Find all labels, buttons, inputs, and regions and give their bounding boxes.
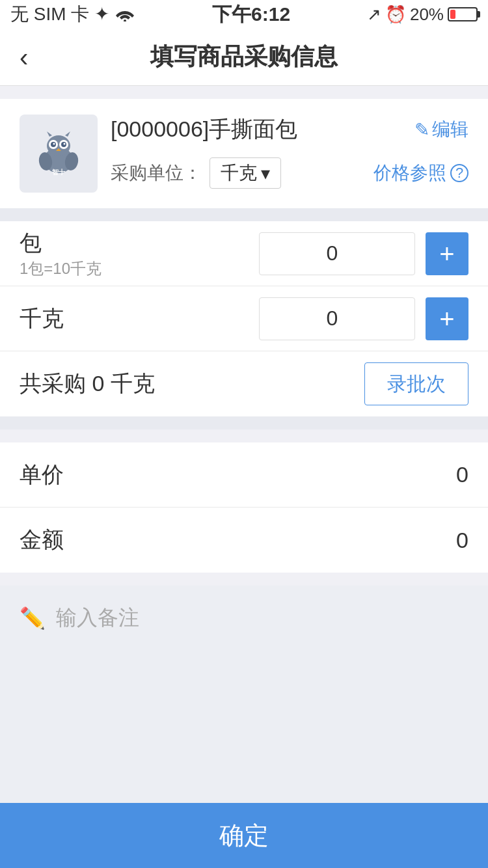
price-ref-button[interactable]: 价格参照 ? (373, 161, 468, 185)
kg-input-controls: + (124, 297, 468, 340)
help-icon: ? (450, 164, 468, 182)
product-card: 智十 [0000006]手撕面包 ✎ 编辑 采购单位： 千克 ▾ (0, 99, 488, 208)
unit-price-label: 单价 (20, 460, 64, 490)
bag-input-section: 包 1包=10千克 + 千克 + 共采购 0 千克 (0, 221, 488, 416)
record-batch-button[interactable]: 录批次 (364, 362, 468, 405)
edit-icon: ✎ (414, 119, 429, 141)
svg-point-7 (53, 143, 55, 145)
summary-row: 共采购 0 千克 录批次 (0, 351, 488, 416)
product-name-row: [0000006]手撕面包 ✎ 编辑 (111, 115, 468, 144)
summary-text: 共采购 0 千克 (20, 369, 155, 399)
kg-input-row: 千克 + (0, 286, 488, 351)
kg-label: 千克 (20, 304, 124, 334)
status-right: ↗ ⏰ 20% (367, 5, 478, 25)
wifi-icon (115, 7, 135, 21)
status-bar: 无 SIM 卡 ✦ 下午6:12 ↗ ⏰ 20% (0, 0, 488, 29)
kg-quantity-input[interactable] (259, 297, 415, 340)
purchase-unit-row: 采购单位： 千克 ▾ 价格参照 ? (111, 157, 468, 189)
amount-row: 金额 0 (0, 508, 488, 573)
bag-quantity-input[interactable] (259, 232, 415, 275)
bag-label: 包 1包=10千克 (20, 228, 124, 279)
section-divider-2 (0, 416, 488, 429)
svg-point-0 (124, 20, 126, 21)
product-logo: 智十 (33, 128, 85, 180)
unit-price-row: 单价 0 (0, 442, 488, 508)
note-placeholder: 输入备注 (56, 604, 139, 632)
location-icon: ↗ (367, 5, 381, 25)
price-section: 单价 0 金额 0 (0, 442, 488, 573)
svg-marker-12 (47, 131, 52, 137)
product-image: 智十 (20, 115, 98, 193)
amount-label: 金额 (20, 525, 64, 555)
battery-percent: 20% (410, 5, 444, 25)
unit-label: 采购单位： 千克 ▾ (111, 157, 281, 189)
confirm-button[interactable]: 确定 (0, 803, 488, 868)
unit-price-value: 0 (456, 462, 468, 487)
bag-input-row: 包 1包=10千克 + (0, 221, 488, 286)
battery-icon (448, 7, 478, 21)
note-section[interactable]: ✏️ 输入备注 (0, 586, 488, 651)
summary-amount: 0 (92, 371, 104, 396)
svg-marker-13 (65, 131, 70, 137)
bag-plus-button[interactable]: + (426, 232, 468, 275)
svg-point-8 (64, 143, 66, 145)
alarm-icon: ⏰ (385, 5, 406, 25)
nav-bar: ‹ 填写商品采购信息 (0, 29, 488, 86)
dropdown-icon: ▾ (261, 163, 270, 184)
page-title: 填写商品采购信息 (150, 41, 338, 73)
svg-text:智十: 智十 (51, 169, 66, 176)
back-button[interactable]: ‹ (20, 44, 28, 70)
sim-label: 无 SIM 卡 ✦ (10, 2, 109, 27)
status-time: 下午6:12 (212, 1, 290, 28)
section-divider-1 (0, 208, 488, 221)
product-name: [0000006]手撕面包 (111, 115, 297, 144)
bag-input-controls: + (124, 232, 468, 275)
unit-select[interactable]: 千克 ▾ (210, 157, 281, 189)
summary-unit: 千克 (111, 371, 155, 396)
edit-button[interactable]: ✎ 编辑 (414, 117, 468, 142)
kg-plus-button[interactable]: + (426, 297, 468, 340)
product-info: [0000006]手撕面包 ✎ 编辑 采购单位： 千克 ▾ 价格参照 ? (111, 115, 468, 189)
pencil-icon: ✏️ (20, 606, 46, 631)
status-left: 无 SIM 卡 ✦ (10, 2, 135, 27)
amount-value: 0 (456, 528, 468, 553)
